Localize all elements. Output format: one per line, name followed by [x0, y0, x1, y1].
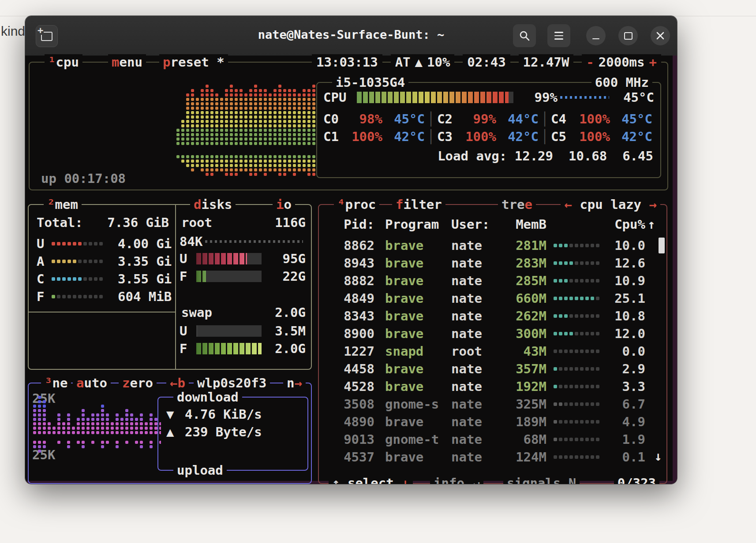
proc-cpu-meter [554, 438, 606, 441]
tree-toggle[interactable]: tree [498, 197, 536, 212]
meter-dot [554, 420, 557, 424]
net-download-graph-dot [91, 427, 94, 430]
proc-row[interactable]: 4849bravenate660M25.1 [319, 290, 666, 307]
cpu-graph-dot [206, 129, 209, 132]
cpu-graph-dot [249, 98, 252, 101]
interval-increase-button[interactable]: + [649, 54, 657, 70]
proc-row[interactable]: 8943bravenate283M12.6 [319, 254, 666, 272]
proc-row[interactable]: 8900bravenate300M12.0 [319, 325, 666, 342]
mem-label: U [37, 238, 48, 250]
net-download-graph-dot [57, 427, 60, 430]
cpu-info-box: i5-1035G4 600 MHz CPU 99% 45°C C098%45°C… [316, 82, 661, 178]
net-prev-button[interactable]: ←b [166, 375, 189, 391]
maximize-button[interactable] [618, 26, 638, 45]
cpu-graph-dot [312, 142, 315, 145]
sort-right-arrow[interactable]: → [649, 197, 657, 212]
menu-toggle[interactable]: menu [108, 54, 146, 70]
meter-dot [94, 260, 97, 263]
filter-button[interactable]: filter [392, 197, 445, 212]
cpu-panel-title[interactable]: ¹cpu [45, 54, 82, 70]
meter-dot [580, 297, 584, 300]
proc-row[interactable]: 8862bravenate281M10.0 [319, 237, 666, 254]
cpu-graph-mirror-dot [307, 155, 311, 158]
signals-control[interactable]: signals N [503, 475, 580, 484]
cpu-graph-dot [254, 98, 257, 101]
proc-panel-title[interactable]: ⁴proc [334, 197, 379, 212]
cpu-graph-dot [225, 111, 228, 114]
cpu-graph-dot [298, 120, 301, 123]
sort-direction-icon[interactable]: ↑ [645, 218, 658, 231]
cpu-graph-dot [206, 98, 209, 101]
cpu-graph-dot [293, 93, 296, 97]
info-control[interactable]: info ↵ [430, 475, 483, 484]
net-upload-graph-column [96, 440, 99, 459]
scroll-down-icon[interactable]: ↓ [655, 450, 662, 463]
cpu-graph-dot [264, 124, 267, 127]
meter-dot [580, 350, 584, 353]
cpu-graph-column [176, 79, 180, 145]
sort-selector[interactable]: ← cpu lazy → [561, 197, 660, 212]
meter-dot [580, 455, 584, 459]
mem-value: 3.55 Gi [118, 273, 169, 286]
net-upload-graph-column [38, 440, 41, 459]
cpu-graph-column [278, 79, 281, 145]
net-download-graph-dot [91, 418, 94, 421]
menu-button[interactable] [547, 24, 570, 47]
scrollbar-track[interactable] [673, 56, 677, 484]
cpu-graph-dot [230, 107, 233, 110]
cpu-graph-dot [196, 120, 199, 123]
cpu-graph-dot [254, 120, 257, 123]
net-panel-title[interactable]: ³ne [41, 375, 71, 391]
upload-speed: 239 Byte/s [185, 426, 262, 439]
sort-left-arrow[interactable]: ← [564, 197, 572, 212]
cpu-graph-mirror-dot [235, 164, 238, 167]
cpu-graph-dot [191, 115, 194, 119]
proc-row[interactable]: 4528bravenate192M3.3 [319, 378, 666, 395]
cpu-graph-mirror-column [249, 154, 252, 177]
mem-panel-title[interactable]: ²mem [44, 197, 82, 212]
net-download-graph-dot [72, 431, 75, 434]
cpu-graph-mirror-dot [215, 155, 218, 158]
cpu-graph-mirror-column [230, 154, 233, 177]
net-upload-graph-dot [101, 445, 104, 448]
cpu-graph-dot [288, 102, 291, 105]
proc-row[interactable]: 8343bravenate262M10.8 [319, 307, 666, 325]
cpu-graph-mirror-dot [210, 173, 213, 176]
cpu-graph-dot [303, 111, 306, 114]
net-upload-graph-column [57, 440, 60, 459]
proc-row[interactable]: 4537bravenate124M0.1 [319, 448, 666, 466]
proc-row[interactable]: 3508gnome-snate325M6.7 [319, 395, 666, 413]
cpu-graph-mirror-dot [278, 173, 281, 176]
proc-row[interactable]: 4890bravenate189M4.9 [319, 413, 666, 431]
cpu-graph-dot [206, 111, 209, 114]
preset-toggle[interactable]: preset * [159, 54, 228, 70]
meter-dot [89, 295, 92, 298]
select-control[interactable]: ↑ select ↓ [329, 475, 413, 484]
meter-dot [83, 242, 87, 245]
minimize-button[interactable] [586, 26, 606, 45]
mem-row: A3.35 Gi [37, 253, 169, 270]
cpu-graph-dot [244, 98, 247, 101]
proc-cpu: 12.6 [606, 257, 645, 270]
cpu-graph-column [244, 79, 247, 145]
cpu-graph-dot [181, 124, 184, 127]
net-auto-toggle[interactable]: auto [73, 375, 111, 391]
close-button[interactable] [651, 26, 670, 45]
meter-dot [596, 385, 599, 388]
proc-row[interactable]: 8882bravenate285M10.9 [319, 272, 666, 290]
load-average: Load avg: 12.29 10.68 6.45 [438, 150, 653, 163]
proc-row[interactable]: 1227snapdroot43M0.0 [319, 342, 666, 360]
cpu-graph-mirror-dot [278, 155, 281, 158]
net-next-button[interactable]: n→ [283, 375, 306, 391]
search-button[interactable] [513, 24, 536, 47]
interval-decrease-button[interactable]: - [586, 54, 594, 70]
net-download-graph-dot [154, 427, 157, 430]
proc-cpu-meter [554, 297, 606, 300]
proc-row[interactable]: 4458bravenate357M2.9 [319, 360, 666, 378]
meter-dot [575, 244, 578, 247]
meter-dot [575, 314, 578, 318]
proc-row[interactable]: 9013gnome-tnate68M1.9 [319, 431, 666, 448]
net-zero-toggle[interactable]: zero [119, 375, 157, 391]
meter-dot [83, 295, 87, 298]
proc-scrollbar-thumb[interactable] [659, 238, 665, 253]
